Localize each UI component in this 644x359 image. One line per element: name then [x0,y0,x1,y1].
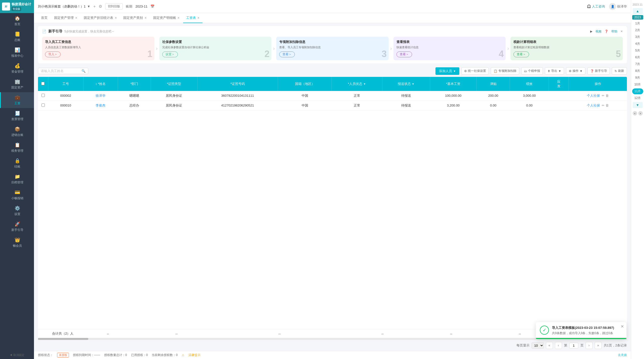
add-person-btn[interactable]: 添加人员 ▼ [435,67,459,75]
scroll-thumb[interactable] [38,338,88,340]
tab-category-label: 固定资产类别 [123,16,143,20]
next-page-btn[interactable]: › [586,342,593,349]
step-5-btn[interactable]: 查看＞ [513,52,529,57]
sidebar-item-tax[interactable]: 📋 税务管理 [0,140,34,156]
step-2-btn[interactable]: 设置＞ [162,52,178,57]
last-page-btn[interactable]: » [595,342,602,349]
topbar-settings-icon[interactable]: ⚙ [99,4,102,9]
tab-category-close[interactable]: × [144,16,146,20]
warn-label: 温馨提示 [188,353,200,357]
refresh-btn[interactable]: ↻ 刷新 [612,67,627,75]
row-1-delete-icon[interactable]: 🗑 [606,94,609,97]
sidebar-item-archive[interactable]: 📁 归档管理 [0,171,34,187]
table-header-row: 工号 ↕ *姓名 *部门 *证照类型 *证照号码 国籍（地区） *人员状态 ▼ … [38,77,627,91]
select-all-checkbox[interactable] [41,82,45,85]
charge-link-text[interactable]: 去充值 [618,353,627,357]
operations-btn[interactable]: ⚙ 操作 ▼ [566,67,585,75]
calendar-month-7[interactable]: 7月 [632,61,643,67]
sidebar-item-closing[interactable]: 🔒 结账 [0,156,34,171]
calendar-left-nav[interactable]: ‹ [633,111,637,116]
social-icon: ⚙ [464,69,467,73]
calendar-month-12[interactable]: 12月 [632,95,643,101]
calendar-month-11[interactable]: 11月 [632,88,643,94]
tab-detail[interactable]: 固定资产明细账 × [150,13,183,23]
calendar-month-5[interactable]: 5月 [632,48,643,54]
calendar-up-btn[interactable]: ▲ [633,8,643,14]
tab-depreciation-close[interactable]: × [115,16,117,20]
ai-service-btn[interactable]: 🎧 人工咨询 [587,4,605,9]
calendar-down-btn[interactable]: ▼ [633,102,643,108]
calendar-icon[interactable]: 📅 [150,5,154,8]
toast-close-btn[interactable]: ✕ [621,324,624,329]
sidebar-item-reports[interactable]: 📊 报表中心 [0,45,34,61]
step-arrow-3: › [389,45,393,51]
video-btn[interactable]: 视频 [595,29,601,34]
status-filter-icon[interactable]: ▼ [363,82,366,85]
calendar-month-1[interactable]: 1月 [632,21,643,26]
prev-page-btn[interactable]: ‹ [555,342,562,349]
remaining-auth: 当前剩余授权数：0 [152,353,178,357]
send-filter-icon[interactable]: ▼ [412,82,415,85]
calendar-month-3[interactable]: 3月 [632,34,643,40]
sidebar-item-payroll[interactable]: 💼 工资 [0,92,34,108]
step-3-desc: 查看、导入员工专项附加扣除信息 [279,45,386,49]
charge-link[interactable]: 去充值 [618,353,627,357]
tab-depreciation[interactable]: 固定资产折旧统计表 × [81,13,120,23]
sidebar-item-invoices[interactable]: 🧾 发票管理 [0,108,34,124]
add-person-label: 添加人员 [439,69,452,73]
user-menu-btn[interactable]: 👤 徐泽华 [609,3,627,10]
sidebar-item-funds[interactable]: 💰 资金管理 [0,61,34,76]
row-1-checkbox[interactable] [38,91,48,101]
calendar-month-6[interactable]: 6月 [632,55,643,60]
newbie-guide-btn[interactable]: ❓ 新手引导 [587,67,610,75]
row-1-edit-icon[interactable]: ✏ [602,94,605,97]
tab-fixed-assets[interactable]: 固定资产管理 × [51,13,80,23]
row-2-edit-icon[interactable]: ✏ [602,104,605,107]
row-2-delete-icon[interactable]: 🗑 [606,104,609,107]
calendar-month-8[interactable]: 8月 [632,68,643,74]
addon-deduction-btn[interactable]: 📋 专项附加扣除 [491,67,519,75]
onboarding-close-btn[interactable]: ✕ [620,30,623,33]
tab-home-label: 首页 [41,16,48,20]
tab-payroll[interactable]: 工资表 × [183,13,203,23]
first-page-btn[interactable]: « [546,342,553,349]
page-size-select[interactable]: 10 20 50 [532,342,544,349]
sidebar-item-settings[interactable]: ⚙️ 设置 [0,203,34,219]
step-4-btn[interactable]: 查看＞ [396,52,412,57]
tab-home[interactable]: 首页 [38,13,51,23]
tab-category[interactable]: 固定资产类别 × [120,13,149,23]
tab-fixed-assets-close[interactable]: × [75,16,77,20]
sidebar-item-ledger[interactable]: 📒 总账 [0,29,34,45]
sidebar-item-member[interactable]: 👑 畅会员 [0,235,34,250]
step-3-btn[interactable]: 查看＞ [279,52,295,57]
sidebar-item-home[interactable]: 🏠 首页 [0,13,34,29]
tab-detail-close[interactable]: × [178,16,180,20]
row-1-social-link[interactable]: 个人社保 [587,94,600,97]
add-account-btn[interactable]: + [93,4,96,9]
sidebar-item-guide[interactable]: 🚀 新手引导 [0,219,34,235]
th-checkbox[interactable] [38,77,48,91]
switch-version-btn[interactable]: 切到旧版 [105,3,123,10]
row-2-checkbox[interactable] [38,100,48,110]
help-btn[interactable]: 帮助 [611,29,617,34]
step-4-title: 查看报表 [396,40,503,44]
footer-total: 合计共（2）人 [52,331,73,336]
calendar-month-4[interactable]: 4月 [632,41,643,47]
row-2-social-link[interactable]: 个人社保 [587,104,600,107]
search-input[interactable] [41,69,80,73]
tax-report-btn[interactable]: 🗂 个税申报 [521,67,543,75]
social-insurance-btn[interactable]: ⚙ 统一社保设置 [461,67,489,75]
calendar-month-9[interactable]: 9月 [632,75,643,81]
calendar-month-10[interactable]: 10月 [632,82,643,87]
page-number-input[interactable] [569,343,578,348]
sidebar-item-inventory[interactable]: 📦 进销台账 [0,124,34,140]
sidebar-item-expense[interactable]: 💳 小畅报销 [0,187,34,203]
tab-payroll-close[interactable]: × [197,16,199,20]
sidebar-item-fixed-assets[interactable]: 🏢 固定资产 [0,76,34,92]
calendar-month-2[interactable]: 2月 [632,27,643,33]
unpin-btn[interactable]: ◀ 取消固定 [0,351,34,359]
account-selector[interactable]: 刘小艳演示账套（勿删勿动！）1 ▼ [38,4,90,9]
calendar-right-nav[interactable]: › [638,111,643,116]
export-btn[interactable]: ⬆ 导出 ▼ [545,67,564,75]
step-1-btn[interactable]: 导入＞ [45,52,61,57]
